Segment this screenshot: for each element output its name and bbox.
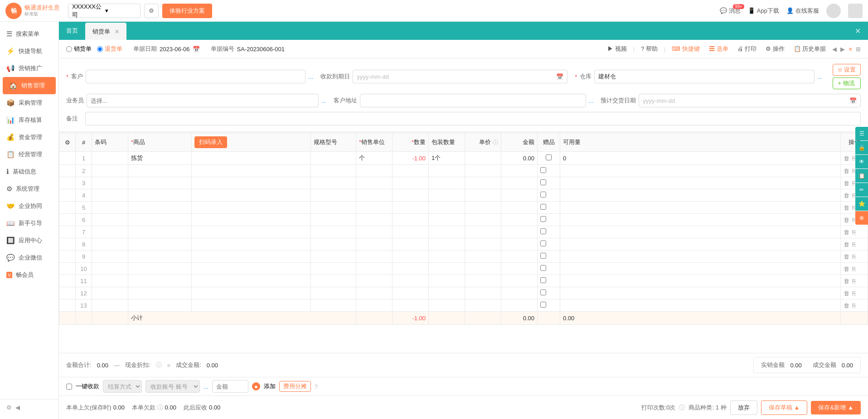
add-payment-button[interactable]: ●	[252, 382, 260, 390]
tab-home[interactable]: 首页	[59, 22, 85, 40]
sidebar-item-search[interactable]: ☰ 搜索菜单	[0, 25, 58, 43]
print-info-icon[interactable]: ⓘ	[679, 404, 685, 412]
delete-icon[interactable]: 🗑	[844, 265, 849, 272]
sidebar-item-purchase[interactable]: 📦 采购管理	[0, 94, 58, 111]
app-download-button[interactable]: 📱 App下载	[748, 7, 779, 15]
print-btn[interactable]: 🖨 打印	[735, 43, 760, 54]
sidebar-settings-icon[interactable]: ⚙	[6, 404, 12, 411]
float-btn-orange[interactable]: ⊕	[855, 211, 868, 225]
float-btn-1[interactable]: ☰	[855, 127, 868, 140]
sidebar-item-membership[interactable]: V 畅会员	[0, 266, 58, 284]
delete-icon[interactable]: 🗑	[844, 290, 849, 297]
row-barcode-cell[interactable]	[92, 152, 128, 165]
delete-icon[interactable]: 🗑	[844, 168, 849, 174]
grid-view-icon[interactable]: ⊞	[856, 46, 861, 53]
trial-button[interactable]: 体验行业方案	[162, 4, 212, 18]
history-btn[interactable]: 📋 历史单据	[791, 43, 829, 54]
calendar-icon[interactable]: 📅	[193, 46, 200, 53]
tab-sales-order[interactable]: 销货单 ✕	[85, 23, 126, 41]
sidebar-item-quick-nav[interactable]: ⚡ 快捷导航	[0, 43, 58, 60]
sidebar-item-marketing[interactable]: 📢 营销推广	[0, 60, 58, 77]
copy-icon[interactable]: ⎘	[852, 253, 856, 260]
delete-icon[interactable]: 🗑	[844, 192, 849, 199]
fee-help-icon[interactable]: ?	[315, 383, 318, 390]
discard-button[interactable]: 放弃	[730, 400, 757, 415]
sidebar-item-basic-info[interactable]: ℹ 基础信息	[0, 163, 58, 180]
online-support-button[interactable]: 👤 在线客服	[786, 7, 819, 15]
receivable-date-input[interactable]: yyyy-mm-dd 📅	[353, 70, 567, 83]
price-info-icon[interactable]: ⓘ	[493, 139, 498, 145]
operation-btn[interactable]: ⚙ 操作	[763, 43, 787, 54]
salesman-dots[interactable]: ...	[321, 97, 326, 104]
delete-icon[interactable]: 🗑	[844, 241, 849, 248]
save-new-button[interactable]: 保存&新增 ▲	[811, 401, 861, 414]
float-btn-6[interactable]: ⭐	[855, 197, 868, 211]
row-gift-cell[interactable]	[538, 152, 560, 165]
sidebar-item-system[interactable]: ⚙ 系统管理	[0, 180, 58, 197]
user-menu[interactable]	[848, 4, 863, 18]
remarks-input[interactable]	[85, 112, 861, 125]
payment-method-select[interactable]: 结算方式	[103, 380, 142, 393]
sidebar-item-beginner[interactable]: 📖 新手引导	[0, 215, 58, 232]
customer-dots[interactable]: ...	[308, 73, 313, 80]
shortcut-btn[interactable]: ⌨ 快捷键	[669, 43, 703, 54]
nav-next-icon[interactable]: ▶	[840, 46, 845, 53]
customer-input[interactable]	[86, 70, 305, 83]
payment-amount-input[interactable]	[212, 380, 248, 393]
float-btn-3[interactable]: 👁	[855, 155, 868, 169]
copy-icon[interactable]: ⎘	[852, 278, 856, 284]
copy-icon[interactable]: ⎘	[852, 265, 856, 272]
payment-account-select[interactable]: 收款账号 账号	[145, 380, 200, 393]
delete-icon[interactable]: 🗑	[844, 302, 849, 309]
delete-icon[interactable]: 🗑	[844, 229, 849, 236]
nav-prev-icon[interactable]: ◀	[832, 46, 837, 53]
scan-button[interactable]: 扫码录入	[194, 136, 227, 148]
account-dots[interactable]: ...	[204, 383, 209, 390]
fee-split-button[interactable]: 费用分摊	[279, 381, 311, 392]
discount-info-icon[interactable]: ⓘ	[156, 361, 162, 369]
tab-bar-close-button[interactable]: ✕	[855, 27, 868, 35]
radio-return[interactable]: 退货单	[97, 45, 122, 53]
sidebar-item-enterprise[interactable]: 🤝 企业协同	[0, 197, 58, 215]
avatar[interactable]	[826, 4, 841, 18]
radio-sales[interactable]: 销货单	[66, 45, 92, 53]
save-draft-button[interactable]: 保存草稿 ▲	[761, 400, 808, 415]
video-btn[interactable]: ▶ 视频	[605, 43, 630, 54]
salesman-input[interactable]	[87, 94, 319, 107]
message-button[interactable]: 💬 消息 99+	[720, 7, 741, 15]
warehouse-dots[interactable]: ...	[817, 73, 822, 80]
sidebar-item-finance[interactable]: 💰 资金管理	[0, 129, 58, 146]
sidebar-collapse-icon[interactable]: ◀	[15, 404, 20, 411]
delete-icon[interactable]: 🗑	[844, 155, 849, 162]
delete-icon[interactable]: 🗑	[844, 180, 849, 187]
delete-icon[interactable]: 🗑	[844, 253, 849, 260]
company-selector[interactable]: XXXXXX公司 ▾	[68, 4, 141, 18]
warehouse-input[interactable]	[594, 70, 814, 83]
th-settings[interactable]: ⚙	[59, 133, 76, 152]
float-btn-5[interactable]: ✏	[855, 183, 868, 197]
copy-icon[interactable]: ⎘	[852, 241, 856, 248]
th-scan[interactable]: 扫码录入	[192, 133, 311, 152]
customer-addr-input[interactable]	[360, 94, 586, 107]
float-btn-2[interactable]: 🔒	[855, 141, 868, 154]
float-btn-4[interactable]: 📋	[855, 169, 868, 183]
customer-addr-dots[interactable]: ...	[589, 97, 594, 104]
copy-icon[interactable]: ⎘	[852, 290, 856, 297]
select-btn[interactable]: ☰ 选单	[706, 43, 731, 54]
sidebar-item-sales[interactable]: 🏠 销售管理	[3, 77, 56, 94]
copy-icon[interactable]: ⎘	[852, 302, 856, 309]
copy-icon[interactable]: ⎘	[852, 229, 856, 236]
sidebar-item-apps[interactable]: 🔲 应用中心	[0, 232, 58, 249]
settings-button[interactable]: ⚙	[144, 4, 159, 18]
delete-icon[interactable]: 🗑	[844, 204, 849, 211]
sidebar-item-inventory[interactable]: 📊 库存核算	[0, 111, 58, 129]
one-click-payment-checkbox[interactable]	[66, 384, 72, 390]
tab-close-icon[interactable]: ✕	[115, 29, 119, 35]
arrears-info-icon[interactable]: ⓘ	[157, 404, 163, 411]
help-btn[interactable]: ? 帮助	[638, 43, 660, 54]
delete-icon[interactable]: 🗑	[844, 278, 849, 284]
logistics-side-btn[interactable]: + 物流	[833, 77, 861, 89]
delivery-date-input[interactable]: yyyy-mm-dd 📅	[639, 94, 861, 107]
list-view-icon[interactable]: ≡	[849, 46, 852, 53]
settings-side-btn[interactable]: ⊙ 设置	[833, 64, 861, 76]
